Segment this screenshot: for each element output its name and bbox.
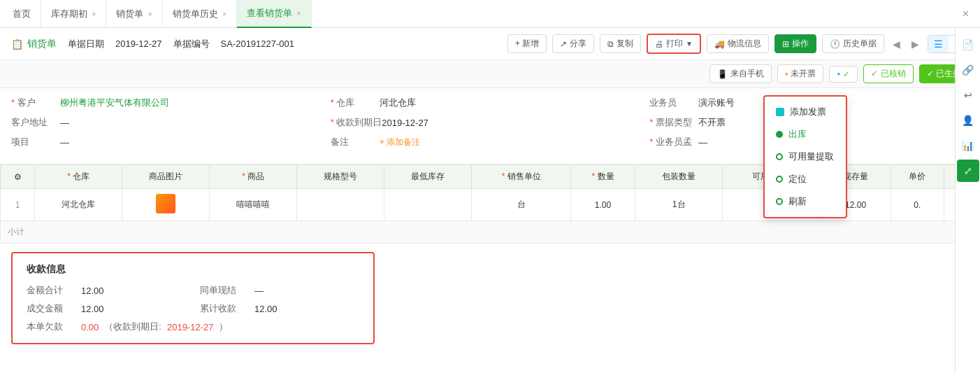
add-invoice-icon	[776, 108, 784, 116]
dropdown-refresh[interactable]: 刷新	[765, 190, 846, 213]
customer-value[interactable]: 柳州粤港平安气体有限公司	[60, 97, 331, 109]
tab-sales-order[interactable]: 销货单 ×	[106, 0, 162, 28]
dropdown-available-qty[interactable]: 可用量提取	[765, 146, 846, 168]
sidebar-doc-icon[interactable]: 📄	[957, 34, 979, 56]
col-product-img: 商品图片	[122, 165, 210, 189]
col-unit-price: 单价	[891, 165, 944, 189]
operation-icon: ⊞	[782, 39, 789, 49]
payment-date-field: 收款到期日 2019-12-27	[331, 116, 650, 129]
tab-view-sales[interactable]: 查看销货单 ×	[237, 0, 311, 28]
row-pack-qty: 1台	[635, 189, 723, 221]
right-sidebar: 📄 🔗 ↩ 👤 📊 ⤢	[955, 28, 980, 373]
sub-toolbar: 📱 来自手机 未开票 ✓ ✓ 已核销 ✓ 已生效	[0, 60, 980, 88]
dropdown-locate[interactable]: 定位	[765, 168, 846, 190]
sidebar-user-icon[interactable]: 👤	[957, 109, 979, 132]
current-arrears-value: 0.00	[81, 322, 99, 332]
print-button[interactable]: 🖨 打印 ▼	[647, 34, 701, 54]
add-note-button[interactable]: + 添加备注	[380, 136, 420, 148]
date-value: 2019-12-27	[115, 38, 162, 49]
doc-icon: 📋	[11, 38, 23, 50]
logistics-icon: 🚚	[714, 39, 725, 49]
product-image	[156, 194, 175, 213]
row-product-name: 嘻嘻嘻嘻	[210, 189, 297, 221]
confirm-button[interactable]: ✓	[829, 66, 858, 83]
prev-button[interactable]: ◀	[890, 37, 903, 51]
history-button[interactable]: 🕐 历史单据	[822, 34, 884, 53]
subtotal-label: 小计	[1, 221, 980, 244]
close-tab-sales-history[interactable]: ×	[222, 10, 226, 18]
dropdown-outbound[interactable]: 出库	[765, 123, 846, 146]
col-min-stock: 最低库存	[384, 165, 472, 189]
total-amount-label: 金额合计	[27, 284, 75, 297]
logistics-button[interactable]: 🚚 物流信息	[707, 34, 769, 53]
current-arrears-row: 本单欠款 0.00 （收款到期日: 2019-12-27 ）	[27, 321, 359, 333]
copy-icon: ⧉	[607, 39, 614, 49]
col-product: * 商品	[210, 165, 297, 189]
payment-info-panel: 收款信息 金额合计 12.00 同单现结 — 成交金额 12.00	[11, 252, 375, 344]
available-qty-icon	[776, 153, 783, 160]
close-tab-sales-order[interactable]: ×	[147, 10, 152, 18]
tab-sales-history[interactable]: 销货单历史 ×	[163, 0, 237, 28]
close-tab-initial-inventory[interactable]: ×	[92, 10, 96, 18]
due-date-note: （收款到期日:	[104, 321, 161, 333]
transaction-amount-label: 成交金额	[27, 302, 75, 315]
tab-bar: 首页 库存期初 × 销货单 × 销货单历史 × 查看销货单 × ×	[0, 0, 980, 28]
sidebar-chart-icon[interactable]: 📊	[957, 134, 979, 157]
col-spec: 规格型号	[297, 165, 384, 189]
sidebar-link-icon[interactable]: 🔗	[957, 59, 979, 81]
phone-icon: 📱	[717, 69, 728, 79]
customer-address-field: 客户地址 —	[11, 116, 331, 129]
tab-initial-inventory[interactable]: 库存期初 ×	[41, 0, 106, 28]
row-unit-price: 0.	[891, 189, 944, 221]
copy-button[interactable]: ⧉ 复制	[600, 34, 641, 53]
operation-button[interactable]: ⊞ 操作	[774, 34, 816, 53]
sidebar-expand-icon[interactable]: ⤢	[957, 160, 979, 182]
check-icon: ✓	[843, 69, 850, 79]
row-spec	[297, 189, 384, 221]
outbound-icon	[776, 131, 783, 138]
bottom-panel: 收款信息 金额合计 12.00 同单现结 — 成交金额 12.00	[0, 244, 980, 353]
toolbar-right: + 新增 ↗ 分享 ⧉ 复制 🖨 打印 ▼ 🚚 物流信息	[507, 34, 969, 54]
project-field: 项目 —	[11, 136, 331, 148]
list-view-button[interactable]: ☰	[928, 36, 949, 52]
project-label: 项目	[11, 136, 60, 148]
warehouse-label: 仓库	[331, 97, 380, 109]
close-tab-view-sales[interactable]: ×	[296, 9, 301, 17]
row-product-img	[122, 189, 210, 221]
note-label: 备注	[331, 136, 380, 148]
tab-home[interactable]: 首页	[6, 0, 41, 28]
dropdown-add-invoice[interactable]: 添加发票	[765, 101, 846, 123]
from-phone-button[interactable]: 📱 来自手机	[709, 64, 772, 83]
col-settings[interactable]: ⚙	[1, 165, 35, 189]
doc-type-label: 📋 销货单	[11, 38, 57, 50]
note-field: 备注 + 添加备注	[331, 136, 650, 148]
not-opened-button[interactable]: 未开票	[777, 64, 824, 83]
sidebar-undo-icon[interactable]: ↩	[957, 84, 979, 106]
print-icon: 🖨	[655, 39, 663, 49]
row-warehouse: 河北仓库	[35, 189, 122, 221]
share-button[interactable]: ↗ 分享	[552, 34, 594, 53]
document-header: 📋 销货单 单据日期 2019-12-27 单据编号 SA-20191227-0…	[0, 28, 980, 60]
subtotal-row: 小计	[1, 221, 980, 244]
customer-address-label: 客户地址	[11, 116, 60, 129]
share-icon: ↗	[560, 39, 567, 49]
due-date-end: ）	[219, 321, 268, 333]
salesperson2-label: 业务员孟	[649, 136, 698, 148]
doc-meta: 单据日期 2019-12-27 单据编号 SA-20191227-001	[68, 38, 294, 50]
number-label: 单据编号	[173, 38, 210, 50]
total-amount-value: 12.00	[81, 286, 104, 296]
close-window-button[interactable]: ×	[963, 8, 969, 20]
salesperson-label: 业务员	[649, 97, 698, 109]
refresh-icon	[776, 198, 783, 205]
transaction-amount-value: 12.00	[81, 304, 104, 314]
cumulative-collection-label: 累计收款	[200, 302, 249, 315]
col-unit: * 销售单位	[472, 165, 570, 189]
warehouse-field: 仓库 河北仓库	[331, 97, 650, 109]
next-button[interactable]: ▶	[909, 37, 922, 51]
row-num: 1	[1, 189, 35, 221]
new-button[interactable]: + 新增	[507, 34, 547, 53]
date-label: 单据日期	[68, 38, 104, 50]
operation-dropdown: 添加发票 出库 可用量提取 定位 刷新	[763, 95, 847, 218]
number-value: SA-20191227-001	[221, 38, 295, 49]
due-date-value: 2019-12-27	[167, 322, 214, 332]
